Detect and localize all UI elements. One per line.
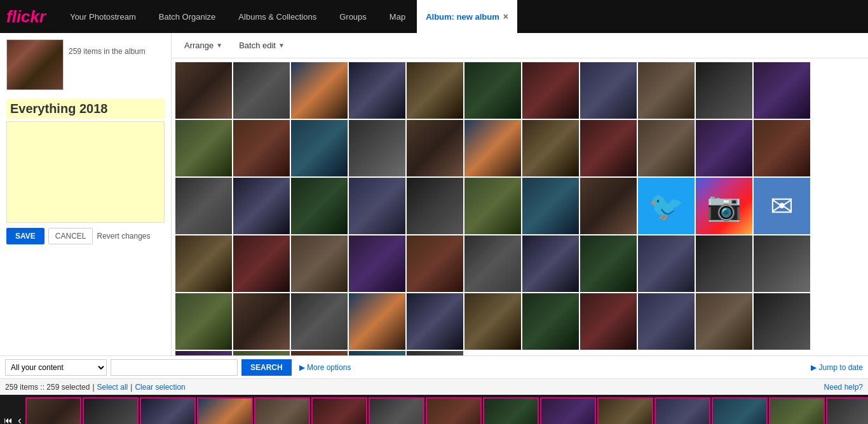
photo-cell[interactable]	[175, 120, 232, 176]
photo-cell[interactable]	[233, 351, 290, 355]
nav-groups[interactable]: Groups	[328, 0, 378, 33]
photo-cell[interactable]	[291, 178, 348, 234]
photo-cell[interactable]	[349, 62, 405, 119]
photo-cell[interactable]	[233, 178, 290, 234]
photo-cell[interactable]	[522, 293, 579, 350]
filmstrip-cell[interactable]	[83, 397, 139, 424]
photo-cell[interactable]	[522, 235, 579, 292]
filmstrip-cell[interactable]	[483, 397, 539, 424]
active-album-tab[interactable]: Album: new album ×	[417, 0, 517, 33]
photo-cell[interactable]	[175, 235, 232, 292]
photo-cell[interactable]	[696, 120, 752, 176]
search-input[interactable]	[111, 360, 237, 375]
photo-cell[interactable]	[580, 293, 637, 350]
filmstrip-cell[interactable]	[311, 397, 367, 424]
search-button[interactable]: SEARCH	[241, 359, 292, 376]
photo-cell[interactable]: ✉	[754, 178, 810, 234]
photo-cell[interactable]	[638, 293, 695, 350]
photo-cell[interactable]	[465, 62, 521, 119]
photo-cell[interactable]	[522, 62, 579, 119]
photo-cell[interactable]	[233, 293, 290, 350]
photo-cell[interactable]	[754, 293, 810, 350]
photo-cell[interactable]	[291, 120, 348, 176]
filmstrip-cell[interactable]	[140, 397, 196, 424]
photo-cell[interactable]	[349, 235, 405, 292]
photo-cell[interactable]	[580, 120, 637, 176]
photo-cell[interactable]	[696, 62, 752, 119]
photo-cell[interactable]	[407, 235, 463, 292]
photo-cell[interactable]: 🐦	[638, 178, 695, 234]
photo-cell[interactable]	[638, 235, 695, 292]
photo-cell[interactable]	[465, 235, 521, 292]
filmstrip-cell[interactable]	[654, 397, 710, 424]
photo-cell[interactable]	[233, 235, 290, 292]
filmstrip-cell[interactable]	[540, 397, 596, 424]
photo-cell[interactable]	[638, 120, 695, 176]
photo-cell[interactable]: 📷	[696, 178, 752, 234]
nav-albums-collections[interactable]: Albums & Collections	[227, 0, 328, 33]
photo-cell[interactable]	[580, 235, 637, 292]
sidebar: 259 items in the album SAVE CANCEL Rever…	[0, 33, 172, 355]
album-description-input[interactable]	[6, 121, 165, 223]
photo-cell[interactable]	[580, 62, 637, 119]
photo-cell[interactable]	[233, 120, 290, 176]
photo-cell[interactable]	[522, 120, 579, 176]
filmstrip-cell[interactable]	[254, 397, 310, 424]
photo-cell[interactable]	[349, 178, 405, 234]
nav-photostream[interactable]: Your Photostream	[58, 0, 147, 33]
select-all-link[interactable]: Select all	[97, 383, 128, 392]
photo-cell[interactable]	[522, 178, 579, 234]
cancel-button[interactable]: CANCEL	[48, 228, 93, 244]
photo-cell[interactable]	[349, 293, 405, 350]
tab-close-button[interactable]: ×	[503, 11, 508, 22]
photo-cell[interactable]	[465, 293, 521, 350]
photo-cell[interactable]	[754, 120, 810, 176]
photo-cell[interactable]	[175, 293, 232, 350]
jump-to-date-link[interactable]: ▶ Jump to date	[811, 363, 863, 372]
revert-changes-link[interactable]: Revert changes	[97, 232, 150, 241]
photo-cell[interactable]	[291, 62, 348, 119]
photo-cell[interactable]	[349, 351, 405, 355]
photo-cell[interactable]	[407, 62, 463, 119]
photo-cell[interactable]	[175, 351, 232, 355]
photo-cell[interactable]	[638, 62, 695, 119]
filmstrip-cell[interactable]	[197, 397, 253, 424]
more-options-link[interactable]: ▶ More options	[299, 363, 351, 372]
photo-cell[interactable]	[291, 293, 348, 350]
photo-cell[interactable]	[754, 62, 810, 119]
photo-cell[interactable]	[407, 120, 463, 176]
clear-selection-link[interactable]: Clear selection	[135, 383, 185, 392]
photo-cell[interactable]	[407, 351, 463, 355]
photo-cell[interactable]	[696, 293, 752, 350]
photo-cell[interactable]	[465, 178, 521, 234]
filmstrip-cell[interactable]	[769, 397, 825, 424]
filmstrip-cell[interactable]	[712, 397, 768, 424]
photo-cell[interactable]	[407, 293, 463, 350]
filmstrip-prev-icon[interactable]: ‹	[15, 414, 24, 425]
nav-map[interactable]: Map	[378, 0, 417, 33]
need-help-link[interactable]: Need help?	[824, 383, 863, 392]
album-title-input[interactable]	[6, 99, 165, 119]
filmstrip-cell[interactable]	[25, 397, 81, 424]
photo-cell[interactable]	[175, 178, 232, 234]
batch-edit-button[interactable]: Batch edit ▼	[235, 38, 288, 53]
photo-cell[interactable]	[696, 235, 752, 292]
nav-batch-organize[interactable]: Batch Organize	[147, 0, 227, 33]
filmstrip-cell[interactable]	[826, 397, 868, 424]
photo-cell[interactable]	[580, 178, 637, 234]
photo-cell[interactable]	[349, 120, 405, 176]
filmstrip-cell[interactable]	[597, 397, 653, 424]
photo-cell[interactable]	[407, 178, 463, 234]
photo-cell[interactable]	[465, 120, 521, 176]
save-button[interactable]: SAVE	[6, 228, 44, 244]
photo-cell[interactable]	[233, 62, 290, 119]
filmstrip-cell[interactable]	[369, 397, 424, 424]
filmstrip-cell[interactable]	[426, 397, 482, 424]
photo-cell[interactable]	[291, 235, 348, 292]
content-filter-select[interactable]: All your content	[5, 359, 107, 376]
photo-cell[interactable]	[754, 235, 810, 292]
photo-cell[interactable]	[175, 62, 232, 119]
arrange-button[interactable]: Arrange ▼	[180, 38, 226, 53]
filmstrip-start-icon[interactable]: ⏮	[3, 415, 14, 424]
photo-cell[interactable]	[291, 351, 348, 355]
